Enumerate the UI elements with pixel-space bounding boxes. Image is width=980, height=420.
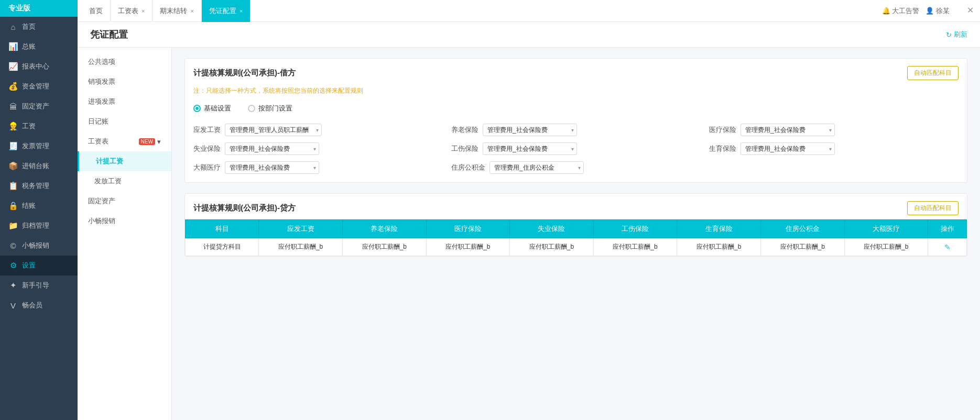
sidebar-item-guide[interactable]: ✦ 新手引导 bbox=[0, 275, 78, 295]
select-gsbx-wrapper: 管理费用_社会保险费 ▾ bbox=[483, 142, 577, 155]
sidebar-item-salary-label: 工资 bbox=[22, 121, 36, 131]
refresh-button[interactable]: ↻ 刷新 bbox=[946, 30, 967, 39]
radio-dept[interactable]: 按部门设置 bbox=[248, 104, 292, 113]
left-nav-fixed-assets[interactable]: 固定资产 bbox=[78, 191, 171, 211]
sidebar-item-close-label: 结账 bbox=[22, 201, 36, 211]
tab-home[interactable]: 首页 bbox=[82, 0, 111, 22]
select-gjj[interactable]: 管理费用_住房公积金 bbox=[489, 161, 584, 174]
new-badge: NEW bbox=[139, 138, 155, 145]
radio-basic[interactable]: 基础设置 bbox=[193, 104, 231, 113]
sidebar-item-invoice-mgmt[interactable]: 🧾 发票管理 bbox=[0, 136, 78, 156]
tab-salary-table[interactable]: 工资表 × bbox=[111, 0, 153, 22]
sidebar-item-report[interactable]: 📈 报表中心 bbox=[0, 57, 78, 76]
field-yfgz: 应发工资 管理费用_管理人员职工薪酬 ▾ bbox=[193, 124, 443, 136]
select-ylbx2[interactable]: 管理费用_社会保险费 bbox=[741, 124, 835, 136]
left-nav-journal[interactable]: 日记账 bbox=[78, 112, 171, 131]
invoice-icon: 🧾 bbox=[8, 141, 18, 151]
sidebar-item-member[interactable]: V 畅会员 bbox=[0, 295, 78, 315]
select-gsbx[interactable]: 管理费用_社会保险费 bbox=[483, 142, 577, 155]
select-sybx2[interactable]: 管理费用_社会保险费 bbox=[741, 142, 835, 155]
td-val-5: 应付职工薪酬_b bbox=[677, 238, 761, 256]
refresh-icon: ↻ bbox=[946, 31, 952, 39]
th-sybx2: 生育保险 bbox=[677, 220, 761, 238]
sidebar-item-invoice-label: 发票管理 bbox=[22, 141, 49, 151]
tab-period-close[interactable]: 期末结转 × bbox=[153, 0, 201, 22]
td-val-2: 应付职工薪酬_b bbox=[426, 238, 510, 256]
sidebar-item-expense[interactable]: © 小畅报销 bbox=[0, 236, 78, 256]
debit-section-header: 计提核算规则(公司承担)-借方 自动匹配科目 bbox=[185, 59, 967, 84]
sidebar-item-ledger-label: 总账 bbox=[22, 42, 36, 51]
salary-icon: 👷 bbox=[8, 121, 18, 131]
tab-voucher-config[interactable]: 凭证配置 × bbox=[202, 0, 251, 22]
sidebar-item-capital[interactable]: 💰 资金管理 bbox=[0, 76, 78, 96]
credit-table-body: 计提贷方科目 应付职工薪酬_b 应付职工薪酬_b 应付职工薪酬_b 应付职工薪酬… bbox=[186, 238, 967, 256]
sidebar-item-settings[interactable]: ⚙ 设置 bbox=[0, 256, 78, 275]
th-subject: 科目 bbox=[186, 220, 259, 238]
left-nav-calc-salary[interactable]: 计提工资 bbox=[78, 151, 171, 171]
auto-match-debit-button[interactable]: 自动匹配科目 bbox=[907, 66, 959, 80]
sidebar-item-archive-label: 归档管理 bbox=[22, 221, 49, 230]
sidebar-item-home[interactable]: ⌂ 首页 bbox=[0, 17, 78, 37]
sidebar-item-fixed-label: 固定资产 bbox=[22, 102, 49, 111]
select-ylbx2-wrapper: 管理费用_社会保险费 ▾ bbox=[741, 124, 835, 136]
sidebar-item-close[interactable]: 🔒 结账 bbox=[0, 196, 78, 216]
tab-close-voucher[interactable]: × bbox=[239, 8, 243, 14]
main-panel: 计提核算规则(公司承担)-借方 自动匹配科目 注：只能选择一种方式，系统将按照您… bbox=[172, 48, 980, 420]
credit-section-header: 计提核算规则(公司承担)-贷方 自动匹配科目 bbox=[185, 194, 967, 219]
select-sybx[interactable]: 管理费用_社会保险费 bbox=[225, 142, 319, 155]
select-deyiliao[interactable]: 管理费用_社会保险费 bbox=[225, 161, 319, 174]
tab-close-period[interactable]: × bbox=[190, 8, 193, 14]
left-nav-salary-table[interactable]: 工资表 NEW ▾ bbox=[78, 131, 171, 151]
td-val-0: 应付职工薪酬_b bbox=[259, 238, 343, 256]
credit-title: 计提核算规则(公司承担)-贷方 bbox=[193, 203, 296, 213]
left-nav-petty-cash[interactable]: 小畅报销 bbox=[78, 211, 171, 231]
label-ylbx2: 医疗保险 bbox=[709, 125, 736, 135]
page-header: 凭证配置 ↻ 刷新 bbox=[78, 22, 980, 48]
sidebar-item-home-label: 首页 bbox=[22, 22, 36, 31]
sidebar-item-expense-label: 小畅报销 bbox=[22, 241, 49, 250]
select-gjj-wrapper: 管理费用_住房公积金 ▾ bbox=[489, 161, 584, 174]
th-ylbx: 养老保险 bbox=[342, 220, 426, 238]
left-nav-public[interactable]: 公共选项 bbox=[78, 52, 171, 72]
guide-icon: ✦ bbox=[8, 281, 18, 290]
left-nav-purchase-invoice[interactable]: 进项发票 bbox=[78, 92, 171, 112]
field-sybx2: 生育保险 管理费用_社会保险费 ▾ bbox=[709, 142, 959, 155]
tax-icon: 📋 bbox=[8, 181, 18, 191]
td-val-1: 应付职工薪酬_b bbox=[342, 238, 426, 256]
report-icon: 📈 bbox=[8, 62, 18, 71]
label-gsbx: 工伤保险 bbox=[451, 144, 478, 153]
table-row: 计提贷方科目 应付职工薪酬_b 应付职工薪酬_b 应付职工薪酬_b 应付职工薪酬… bbox=[186, 238, 967, 256]
sidebar-item-ledger[interactable]: 📊 总账 bbox=[0, 37, 78, 57]
radio-basic-circle bbox=[193, 105, 201, 112]
sidebar-item-capital-label: 资金管理 bbox=[22, 82, 49, 91]
sidebar-item-tax[interactable]: 📋 税务管理 bbox=[0, 176, 78, 196]
auto-match-credit-button[interactable]: 自动匹配科目 bbox=[907, 201, 959, 215]
td-subject: 计提贷方科目 bbox=[186, 238, 259, 256]
sidebar-item-salary[interactable]: 👷 工资 bbox=[0, 116, 78, 136]
tab-close-salary[interactable]: × bbox=[141, 8, 145, 14]
field-ylbx: 养老保险 管理费用_社会保险费 ▾ bbox=[451, 124, 701, 136]
th-gsbx: 工伤保险 bbox=[593, 220, 677, 238]
left-nav-sales-invoice[interactable]: 销项发票 bbox=[78, 72, 171, 92]
select-ylbx[interactable]: 管理费用_社会保险费 bbox=[483, 124, 577, 136]
window-close-btn[interactable]: ✕ bbox=[967, 5, 974, 15]
credit-table: 科目 应发工资 养老保险 医疗保险 失业保险 工伤保险 生育保险 住房公积金 大… bbox=[185, 219, 967, 256]
debit-section: 计提核算规则(公司承担)-借方 自动匹配科目 注：只能选择一种方式，系统将按照您… bbox=[184, 58, 967, 183]
select-yfgz[interactable]: 管理费用_管理人员职工薪酬 bbox=[225, 124, 322, 136]
th-yfgz: 应发工资 bbox=[259, 220, 343, 238]
td-edit[interactable]: ✎ bbox=[928, 238, 967, 256]
edit-icon[interactable]: ✎ bbox=[944, 243, 951, 251]
member-icon: V bbox=[8, 301, 18, 310]
sidebar-item-settings-label: 设置 bbox=[22, 261, 36, 270]
left-nav-pay-salary[interactable]: 发放工资 bbox=[78, 171, 171, 191]
debit-notice: 注：只能选择一种方式，系统将按照您当前的选择来配置规则 bbox=[185, 84, 967, 101]
sidebar-item-tax-label: 税务管理 bbox=[22, 181, 49, 191]
sidebar-item-fixed[interactable]: 🏛 固定资产 bbox=[0, 96, 78, 116]
topbar-user: 🔔 大工告警 👤 徐某 bbox=[882, 6, 976, 16]
sidebar-item-purchase[interactable]: 📦 进销台账 bbox=[0, 156, 78, 176]
label-gjj: 住房公积金 bbox=[451, 163, 485, 172]
sidebar-item-member-label: 畅会员 bbox=[22, 301, 42, 310]
sidebar-item-guide-label: 新手引导 bbox=[22, 281, 49, 290]
sidebar-item-archive[interactable]: 📁 归档管理 bbox=[0, 216, 78, 236]
field-sybx: 失业保险 管理费用_社会保险费 ▾ bbox=[193, 142, 443, 155]
